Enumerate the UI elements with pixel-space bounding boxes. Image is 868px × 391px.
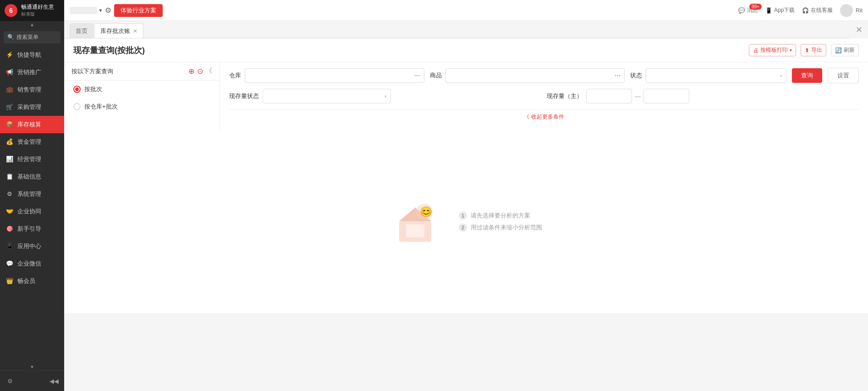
batch-option-label: 按批次	[84, 85, 102, 93]
sidebar-collapse-btn[interactable]: ◀◀	[48, 375, 60, 387]
svg-rect-2	[406, 224, 424, 237]
topbar-nav-dropdown[interactable]: ▾	[70, 7, 102, 14]
sidebar-item-member-label: 畅会员	[17, 277, 35, 285]
sidebar-item-operations-label: 经营管理	[17, 155, 41, 163]
content-area: 现存量查询(按批次) 🖨 按模板打印 ▾ ⬆ 导出 🔄 刷新	[64, 38, 868, 391]
status-select[interactable]: ▾	[646, 68, 786, 83]
filter-option-batch[interactable]: 按批次	[64, 81, 220, 98]
collapse-bar[interactable]: 《 收起更多条件	[229, 109, 859, 125]
filter-option-warehouse-batch[interactable]: 按仓库+批次	[64, 98, 220, 115]
tab-close-icon[interactable]: ✕	[133, 28, 137, 34]
customer-service-label: 在线客服	[811, 6, 833, 14]
sidebar-item-sales[interactable]: 💼 销售管理	[0, 81, 64, 98]
sidebar-item-sales-label: 销售管理	[17, 86, 41, 94]
sidebar-item-quick-nav[interactable]: ⚡ 快捷导航	[0, 46, 64, 64]
filter-scheme-header-btns: ⊕ ⊙ 《	[188, 67, 212, 76]
tip-2-text: 用过滤条件来缩小分析范围	[471, 223, 542, 232]
print-btn[interactable]: 🖨 按模板打印 ▾	[749, 44, 796, 56]
sidebar-item-basic-label: 基础信息	[17, 173, 41, 181]
tab-inventory-batch[interactable]: 库存批次账 ✕	[94, 23, 143, 38]
status-dropdown-arrow-icon: ▾	[780, 73, 782, 78]
stock-status-field: 现存量状态 ▾	[229, 89, 541, 103]
topbar-gear-icon[interactable]: ⚙	[105, 6, 111, 15]
quick-nav-icon: ⚡	[5, 51, 14, 59]
sidebar-item-app-center[interactable]: 📱 应用中心	[0, 238, 64, 255]
system-icon: ⚙	[5, 190, 14, 198]
sidebar-item-finance-label: 资金管理	[17, 138, 41, 146]
tip-num-1: 1	[459, 212, 467, 220]
collapse-up-icon: 《	[524, 113, 529, 121]
warehouse-input[interactable]: ···	[245, 68, 424, 83]
tabbar: 首页 库存批次账 ✕	[64, 21, 868, 38]
experience-btn[interactable]: 体验行业方案	[114, 4, 163, 17]
settings-btn[interactable]: 设置	[828, 68, 859, 83]
product-input[interactable]: ···	[445, 68, 625, 83]
sidebar-scroll-down[interactable]: ▼	[0, 363, 64, 370]
user-area[interactable]: Rit	[840, 4, 863, 17]
warehouse-batch-radio	[73, 103, 81, 110]
sidebar-item-operations[interactable]: 📊 经营管理	[0, 151, 64, 168]
sidebar-settings-btn[interactable]: ⚙	[4, 375, 16, 387]
message-badge: 99+	[749, 4, 762, 10]
member-icon: 👑	[5, 277, 14, 285]
warehouse-more-icon[interactable]: ···	[414, 71, 420, 80]
sidebar-item-finance[interactable]: 💰 资金管理	[0, 133, 64, 151]
collapse-scheme-icon[interactable]: 《	[206, 67, 212, 76]
wechat-icon: 💬	[5, 260, 14, 268]
tab-close-page-btn[interactable]: ✕	[850, 21, 868, 38]
stock-qty-min-input[interactable]	[586, 89, 632, 103]
page-header: 现存量查询(按批次) 🖨 按模板打印 ▾ ⬆ 导出 🔄 刷新	[64, 38, 868, 62]
sidebar-item-enterprise-label: 企业协同	[17, 207, 41, 216]
sidebar-item-system[interactable]: ⚙ 系统管理	[0, 185, 64, 203]
product-label: 商品	[430, 71, 442, 80]
enterprise-icon: 🤝	[5, 207, 14, 216]
sidebar-item-quick-nav-label: 快捷导航	[17, 51, 41, 59]
sidebar-item-basic[interactable]: 📋 基础信息	[0, 168, 64, 185]
empty-tip-2: 2 用过滤条件来缩小分析范围	[459, 223, 542, 232]
search-icon: 🔍	[7, 34, 14, 40]
add-scheme-icon[interactable]: ⊕	[188, 67, 194, 76]
sidebar-item-marketing[interactable]: 📢 营销推广	[0, 64, 64, 81]
export-btn[interactable]: ⬆ 导出	[801, 44, 826, 56]
sidebar-item-newbie[interactable]: 🎯 新手引导	[0, 220, 64, 238]
refresh-btn[interactable]: 🔄 刷新	[831, 44, 859, 56]
app-download-label: App下载	[774, 6, 795, 14]
app-download-btn[interactable]: 📱 App下载	[765, 6, 795, 14]
app-center-icon: 📱	[5, 242, 14, 250]
sidebar-item-wechat-label: 企业微信	[17, 260, 41, 268]
sidebar-version: 标准版	[21, 11, 54, 17]
sidebar-item-purchase[interactable]: 🛒 采购管理	[0, 98, 64, 116]
tab-inventory-batch-label: 库存批次账	[100, 27, 130, 35]
page-actions: 🖨 按模板打印 ▾ ⬆ 导出 🔄 刷新	[749, 44, 859, 56]
stock-qty-max-input[interactable]	[643, 89, 689, 103]
sidebar-scroll-up[interactable]: ▲	[0, 21, 64, 28]
page-title: 现存量查询(按批次)	[73, 45, 145, 56]
sidebar-item-enterprise[interactable]: 🤝 企业协同	[0, 203, 64, 220]
batch-radio	[73, 86, 81, 93]
empty-tip-1: 1 请先选择要分析的方案	[459, 212, 542, 220]
customer-service-btn[interactable]: 🎧 在线客服	[802, 6, 833, 14]
batch-radio-inner	[75, 87, 79, 91]
marketing-icon: 📢	[5, 68, 14, 76]
stock-status-label: 现存量状态	[229, 92, 259, 100]
refresh-icon: 🔄	[835, 47, 842, 54]
query-btn[interactable]: 查询	[792, 68, 822, 83]
stock-qty-dash: —	[635, 93, 641, 100]
svg-text:😊: 😊	[420, 206, 433, 218]
sidebar-search[interactable]: 🔍 搜索菜单	[4, 31, 60, 43]
filter-scheme-panel: 按以下方案查询 ⊕ ⊙ 《 按批次	[64, 62, 220, 130]
sidebar-item-member[interactable]: 👑 畅会员	[0, 272, 64, 290]
sidebar-item-inventory-label: 库存核算	[17, 120, 41, 129]
tab-home[interactable]: 首页	[70, 23, 93, 38]
product-more-icon[interactable]: ···	[615, 71, 621, 80]
message-btn[interactable]: 💬 消息 99+	[738, 6, 758, 14]
export-label: 导出	[811, 46, 822, 54]
stock-status-select[interactable]: ▾	[263, 89, 391, 103]
avatar	[840, 4, 853, 17]
sidebar-item-wechat[interactable]: 💬 企业微信	[0, 255, 64, 272]
sidebar-item-system-label: 系统管理	[17, 190, 41, 198]
sidebar-item-inventory[interactable]: 📦 库存核算	[0, 116, 64, 133]
filter-scheme-title: 按以下方案查询	[71, 67, 113, 76]
manage-scheme-icon[interactable]: ⊙	[197, 67, 203, 76]
close-page-icon: ✕	[856, 25, 863, 35]
